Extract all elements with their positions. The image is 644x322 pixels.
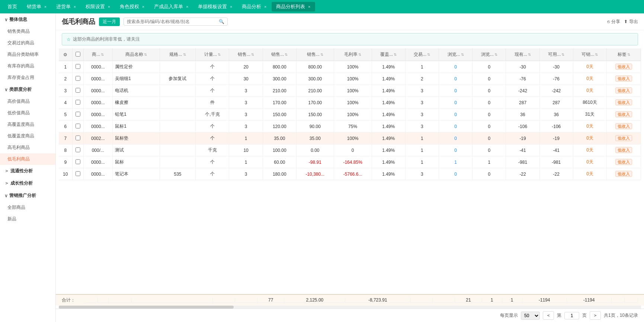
nav-home[interactable]: 首页 <box>3 2 22 12</box>
row-checkbox[interactable] <box>76 112 80 117</box>
row-checkbox-cell[interactable] <box>72 109 83 121</box>
row-checkbox-cell[interactable] <box>72 121 83 133</box>
search-input[interactable] <box>127 19 219 24</box>
nav-template[interactable]: 单据模板设置 × <box>193 2 237 12</box>
sidebar-item-low-coverage[interactable]: 低覆盖度商品 <box>0 130 55 142</box>
nav-product-in[interactable]: 产成品入库单 × <box>150 2 193 12</box>
row-browse1[interactable]: 0 <box>439 97 472 109</box>
row-checkbox[interactable] <box>76 124 80 128</box>
close-icon[interactable]: × <box>264 4 266 9</box>
col-sales-qty[interactable]: 销售...⇅ <box>229 48 263 61</box>
row-checkbox-cell[interactable] <box>72 85 83 97</box>
sidebar-group-marketing[interactable]: ∨营销推广分析 <box>0 189 55 202</box>
row-browse1[interactable]: 0 <box>439 144 472 156</box>
nav-sales[interactable]: 销货单 × <box>22 2 51 12</box>
col-current[interactable]: 现有...⇅ <box>506 48 539 61</box>
sidebar-group-cluster[interactable]: ∨类群度分析 <box>0 83 55 96</box>
col-settings[interactable]: ⚙ <box>59 48 72 61</box>
page-size-select[interactable]: 50 100 200 <box>521 312 540 320</box>
row-checkbox[interactable] <box>76 159 80 164</box>
row-browse1[interactable]: 0 <box>439 121 472 133</box>
row-browse1[interactable]: 1 <box>439 156 472 168</box>
sidebar-item-low-margin[interactable]: 低毛利商品 <box>0 153 55 165</box>
row-checkbox-cell[interactable] <box>72 168 83 180</box>
col-sales-profit[interactable]: 销售...⇅ <box>296 48 334 61</box>
row-checkbox[interactable] <box>76 88 80 93</box>
col-sellable[interactable]: 可销...⇅ <box>573 48 606 61</box>
row-browse2: 0 <box>472 85 506 97</box>
col-checkbox[interactable] <box>72 48 83 61</box>
row-checkbox-cell[interactable] <box>72 133 83 144</box>
nav-purchase[interactable]: 进货单 × <box>52 2 80 12</box>
close-icon[interactable]: × <box>44 4 47 9</box>
sidebar-group-overall[interactable]: ∨整体信息 <box>0 13 55 26</box>
close-icon[interactable]: × <box>74 4 76 9</box>
close-icon[interactable]: × <box>308 4 310 9</box>
col-name[interactable]: 商品名称⇅ <box>113 48 160 61</box>
row-checkbox-cell[interactable] <box>72 144 83 156</box>
col-trade[interactable]: 交易...⇅ <box>405 48 439 61</box>
row-checkbox[interactable] <box>76 100 80 105</box>
row-checkbox-cell[interactable] <box>72 97 83 109</box>
row-sales-price: 35.00 <box>263 133 296 144</box>
sidebar-item-new-goods[interactable]: 新品 <box>0 213 55 225</box>
row-checkbox[interactable] <box>76 64 80 69</box>
sidebar-item-sales-goods[interactable]: 销售类商品 <box>0 26 55 37</box>
horizontal-scrollbar[interactable] <box>59 306 641 309</box>
col-sales-price[interactable]: 销售...⇅ <box>263 48 296 61</box>
row-browse1[interactable]: 0 <box>439 73 472 85</box>
sidebar-item-category-rate[interactable]: 商品分类助销率 <box>0 49 55 60</box>
sidebar-item-high-coverage[interactable]: 高覆盖度商品 <box>0 119 55 130</box>
row-tag: 低收入 <box>607 144 641 156</box>
select-all-checkbox[interactable] <box>76 52 80 57</box>
share-button[interactable]: ⎋ 分享 <box>607 19 620 25</box>
nav-goods-analysis[interactable]: 商品分析 × <box>237 2 271 12</box>
row-browse1[interactable]: 0 <box>439 109 472 121</box>
col-browse2[interactable]: 浏览...⇅ <box>472 48 506 61</box>
nav-goods-analysis-list[interactable]: 商品分析列表 × <box>272 2 315 12</box>
col-browse1[interactable]: 浏览...⇅ <box>439 48 472 61</box>
row-browse1[interactable]: 0 <box>439 85 472 97</box>
sidebar-item-all-goods[interactable]: 全部商品 <box>0 202 55 213</box>
col-code[interactable]: 商...⇅ <box>83 48 113 61</box>
row-gross-rate: -164.85% <box>334 156 372 168</box>
search-icon[interactable]: 🔍 <box>219 19 224 24</box>
close-icon[interactable]: × <box>230 4 232 9</box>
close-icon[interactable]: × <box>108 4 110 9</box>
col-tag[interactable]: 标签⇅ <box>607 48 641 61</box>
row-checkbox[interactable] <box>76 147 80 152</box>
row-checkbox[interactable] <box>76 136 80 140</box>
row-checkbox-cell[interactable] <box>72 73 83 85</box>
row-checkbox-cell[interactable] <box>72 156 83 168</box>
col-available[interactable]: 可用...⇅ <box>539 48 573 61</box>
row-current: -106 <box>506 121 539 133</box>
row-gross-rate: 100% <box>334 73 372 85</box>
close-icon[interactable]: × <box>186 4 188 9</box>
next-page-button[interactable]: ＞ <box>590 311 601 320</box>
sidebar-group-growth[interactable]: ＞成长性分析 <box>0 177 55 189</box>
row-browse1[interactable]: 0 <box>439 133 472 144</box>
row-browse1[interactable]: 0 <box>439 168 472 180</box>
row-checkbox[interactable] <box>76 76 80 81</box>
sidebar-item-traded-goods[interactable]: 交易过的商品 <box>0 37 55 49</box>
sidebar-group-circulation[interactable]: ＞流通性分析 <box>0 165 55 177</box>
sidebar-item-stock-capital[interactable]: 库存资金占用 <box>0 72 55 83</box>
row-checkbox[interactable] <box>76 171 80 176</box>
row-checkbox-cell[interactable] <box>72 61 83 73</box>
date-filter-button[interactable]: 近一月 <box>99 17 120 26</box>
sidebar-item-high-margin[interactable]: 高毛利商品 <box>0 142 55 153</box>
export-button[interactable]: ⬆ 导出 <box>624 19 638 25</box>
page-number-input[interactable] <box>564 312 579 319</box>
nav-permission[interactable]: 权限设置 × <box>81 2 115 12</box>
sidebar-item-high-value[interactable]: 高价值商品 <box>0 96 55 107</box>
close-icon[interactable]: × <box>142 4 144 9</box>
col-unit[interactable]: 计量...⇅ <box>196 48 229 61</box>
col-gross-rate[interactable]: 毛利率⇅ <box>334 48 372 61</box>
nav-role[interactable]: 角色授权 × <box>115 2 149 12</box>
col-spec[interactable]: 规格...⇅ <box>160 48 196 61</box>
col-coverage[interactable]: 覆盖...⇅ <box>372 48 405 61</box>
sidebar-item-low-value[interactable]: 低价值商品 <box>0 107 55 119</box>
row-browse1[interactable]: 0 <box>439 61 472 73</box>
prev-page-button[interactable]: ＜ <box>543 311 554 320</box>
sidebar-item-stocked-goods[interactable]: 有库存的商品 <box>0 60 55 72</box>
